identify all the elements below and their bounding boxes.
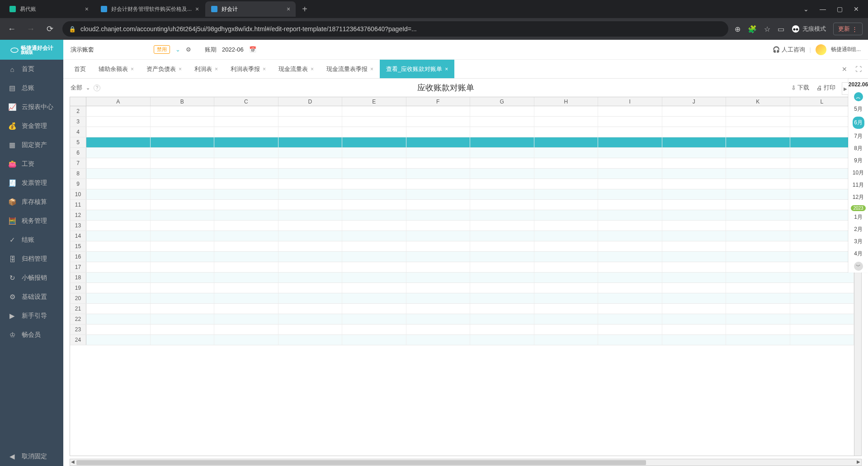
- cell-B2[interactable]: [151, 106, 215, 116]
- window-close-icon[interactable]: ✕: [854, 5, 859, 13]
- cell-H4[interactable]: [534, 127, 599, 137]
- cell-A18[interactable]: [86, 273, 151, 282]
- cell-F23[interactable]: [406, 325, 471, 334]
- cell-K10[interactable]: [726, 189, 790, 199]
- cell-L21[interactable]: [790, 304, 854, 314]
- cell-K3[interactable]: [726, 117, 790, 127]
- row-header-20[interactable]: 20: [70, 293, 86, 303]
- cell-F21[interactable]: [406, 304, 471, 314]
- cell-C21[interactable]: [214, 304, 278, 314]
- cell-G22[interactable]: [470, 314, 534, 324]
- sidebar-unpin[interactable]: ◀ 取消固定: [0, 447, 63, 466]
- cell-A10[interactable]: [86, 189, 151, 199]
- cell-G23[interactable]: [470, 325, 534, 334]
- row-13[interactable]: 13: [70, 221, 854, 231]
- cell-C11[interactable]: [214, 200, 278, 210]
- sidebar-item-14[interactable]: ♔畅会员: [0, 325, 63, 344]
- month-next-1月[interactable]: 1月: [854, 211, 863, 223]
- col-header-A[interactable]: A: [86, 97, 151, 106]
- cell-F13[interactable]: [406, 221, 471, 231]
- cell-A7[interactable]: [86, 158, 151, 168]
- cell-E21[interactable]: [342, 304, 406, 314]
- sidebar-item-0[interactable]: ⌂首页: [0, 60, 63, 79]
- cell-L17[interactable]: [790, 262, 854, 272]
- cell-A17[interactable]: [86, 262, 151, 272]
- row-header-3[interactable]: 3: [70, 117, 86, 127]
- cell-D20[interactable]: [278, 293, 343, 303]
- address-bar[interactable]: 🔒 cloud2.chanjet.com/accounting/uh26t264…: [62, 21, 728, 37]
- spreadsheet[interactable]: ABCDEFGHIJKL 234567891011121314151617181…: [70, 97, 854, 456]
- cell-F8[interactable]: [406, 169, 471, 179]
- cell-G10[interactable]: [470, 189, 534, 199]
- cell-H8[interactable]: [534, 169, 599, 179]
- nav-back-button[interactable]: ←: [5, 24, 18, 34]
- cell-L4[interactable]: [790, 127, 854, 137]
- cell-D5[interactable]: [278, 137, 343, 147]
- cell-G16[interactable]: [470, 252, 534, 262]
- row-4[interactable]: 4: [70, 127, 854, 137]
- cell-K7[interactable]: [726, 158, 790, 168]
- cell-J8[interactable]: [662, 169, 726, 179]
- cell-C17[interactable]: [214, 262, 278, 272]
- cell-J14[interactable]: [662, 231, 726, 241]
- cell-I10[interactable]: [598, 189, 662, 199]
- month-8月[interactable]: 8月: [853, 142, 864, 155]
- row-17[interactable]: 17: [70, 262, 854, 273]
- sidebar-item-9[interactable]: ✓结账: [0, 231, 63, 249]
- browser-tab-0[interactable]: 易代账 ×: [4, 1, 94, 17]
- cell-L11[interactable]: [790, 200, 854, 210]
- cell-H3[interactable]: [534, 117, 599, 127]
- cell-J15[interactable]: [662, 241, 726, 251]
- row-header-18[interactable]: 18: [70, 273, 86, 282]
- col-header-E[interactable]: E: [342, 97, 406, 106]
- cell-G7[interactable]: [470, 158, 534, 168]
- cell-E8[interactable]: [342, 169, 406, 179]
- page-tab-close[interactable]: ×: [263, 66, 266, 72]
- cell-F11[interactable]: [406, 200, 471, 210]
- update-button[interactable]: 更新 ⋮: [833, 23, 863, 35]
- col-header-H[interactable]: H: [534, 97, 599, 106]
- cell-I23[interactable]: [598, 325, 662, 334]
- row-header-23[interactable]: 23: [70, 325, 86, 334]
- cell-J19[interactable]: [662, 283, 726, 293]
- cell-J4[interactable]: [662, 127, 726, 137]
- cell-L5[interactable]: [790, 137, 854, 147]
- row-3[interactable]: 3: [70, 117, 854, 127]
- cell-I17[interactable]: [598, 262, 662, 272]
- row-2[interactable]: 2: [70, 106, 854, 117]
- cell-D8[interactable]: [278, 169, 343, 179]
- month-5月[interactable]: 5月: [853, 103, 864, 115]
- print-button[interactable]: 🖨打印: [816, 84, 835, 92]
- row-header-24[interactable]: 24: [70, 335, 86, 345]
- cell-H5[interactable]: [534, 137, 599, 147]
- cell-A15[interactable]: [86, 241, 151, 251]
- cell-L22[interactable]: [790, 314, 854, 324]
- row-8[interactable]: 8: [70, 169, 854, 179]
- cell-F19[interactable]: [406, 283, 471, 293]
- cell-L6[interactable]: [790, 148, 854, 158]
- page-tab-close[interactable]: ×: [179, 66, 182, 72]
- cell-F18[interactable]: [406, 273, 471, 282]
- row-5[interactable]: 5: [70, 137, 854, 148]
- page-tab-6[interactable]: 现金流量表季报×: [320, 60, 380, 78]
- cell-L16[interactable]: [790, 252, 854, 262]
- cell-E3[interactable]: [342, 117, 406, 127]
- cell-J21[interactable]: [662, 304, 726, 314]
- page-tab-close[interactable]: ×: [370, 66, 373, 72]
- row-9[interactable]: 9: [70, 179, 854, 189]
- page-tab-7[interactable]: 查看_应收账款对账单×: [380, 60, 454, 78]
- cell-I14[interactable]: [598, 231, 662, 241]
- cell-B15[interactable]: [151, 241, 215, 251]
- col-header-F[interactable]: F: [406, 97, 471, 106]
- sidebar-item-5[interactable]: 👛工资: [0, 155, 63, 174]
- cell-H20[interactable]: [534, 293, 599, 303]
- row-23[interactable]: 23: [70, 325, 854, 335]
- cell-A21[interactable]: [86, 304, 151, 314]
- cell-K16[interactable]: [726, 252, 790, 262]
- cell-D23[interactable]: [278, 325, 343, 334]
- cell-C3[interactable]: [214, 117, 278, 127]
- cell-E14[interactable]: [342, 231, 406, 241]
- cell-J7[interactable]: [662, 158, 726, 168]
- fullscreen-icon[interactable]: ⛶: [854, 64, 863, 75]
- cell-D13[interactable]: [278, 221, 343, 231]
